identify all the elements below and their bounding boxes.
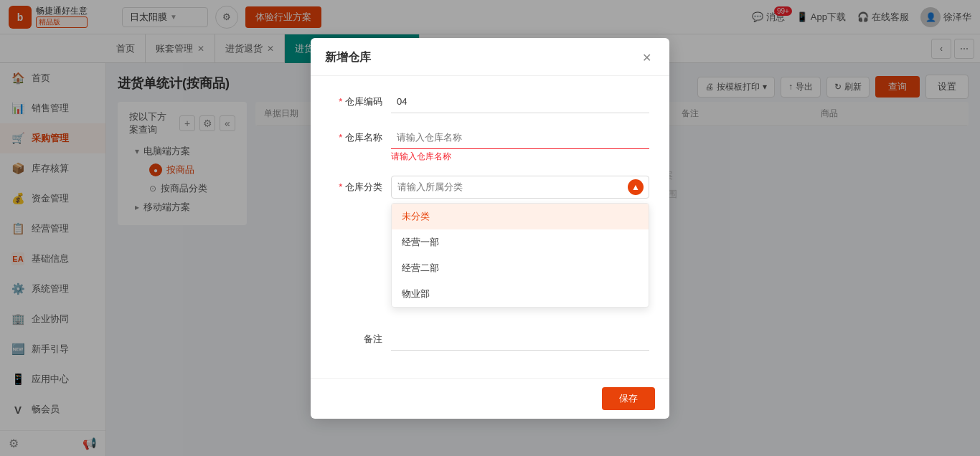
warehouse-name-wrap: 请输入仓库名称 [391, 126, 649, 163]
notes-input[interactable] [391, 328, 649, 351]
warehouse-name-input[interactable] [391, 126, 649, 149]
modal-close-button[interactable]: ✕ [638, 49, 655, 67]
notes-label: 备注 [331, 328, 382, 346]
category-toggle-arrow[interactable]: ▲ [628, 179, 644, 195]
warehouse-code-wrap [391, 90, 649, 113]
warehouse-code-input[interactable] [391, 90, 649, 113]
warehouse-category-input[interactable] [391, 176, 649, 199]
modal-overlay: 新增仓库 ✕ 仓库编码 仓库名称 请输入仓库名称 仓库分类 [0, 0, 980, 456]
modal-footer: 保存 [311, 378, 669, 419]
warehouse-category-wrap: ▲ 未分类 经营一部 经营二部 物业部 [391, 176, 649, 199]
warehouse-name-label: 仓库名称 [331, 126, 382, 144]
dropdown-item-3[interactable]: 物业部 [392, 281, 649, 307]
warehouse-category-row: 仓库分类 ▲ 未分类 经营一部 经营二部 物业部 [331, 176, 649, 199]
warehouse-name-error: 请输入仓库名称 [391, 151, 649, 163]
add-warehouse-modal: 新增仓库 ✕ 仓库编码 仓库名称 请输入仓库名称 仓库分类 [311, 38, 669, 419]
warehouse-category-label: 仓库分类 [331, 176, 382, 194]
warehouse-code-row: 仓库编码 [331, 90, 649, 113]
modal-header: 新增仓库 ✕ [311, 38, 669, 76]
notes-row: 备注 [331, 328, 649, 351]
dropdown-item-2[interactable]: 经营二部 [392, 255, 649, 281]
dropdown-item-0[interactable]: 未分类 [392, 204, 649, 229]
category-dropdown: 未分类 经营一部 经营二部 物业部 [391, 203, 649, 308]
dropdown-item-1[interactable]: 经营一部 [392, 229, 649, 255]
warehouse-code-label: 仓库编码 [331, 90, 382, 108]
warehouse-name-row: 仓库名称 请输入仓库名称 [331, 126, 649, 163]
modal-body: 仓库编码 仓库名称 请输入仓库名称 仓库分类 ▲ [311, 76, 669, 378]
save-button[interactable]: 保存 [602, 387, 655, 410]
modal-title: 新增仓库 [325, 50, 371, 65]
notes-wrap [391, 328, 649, 351]
